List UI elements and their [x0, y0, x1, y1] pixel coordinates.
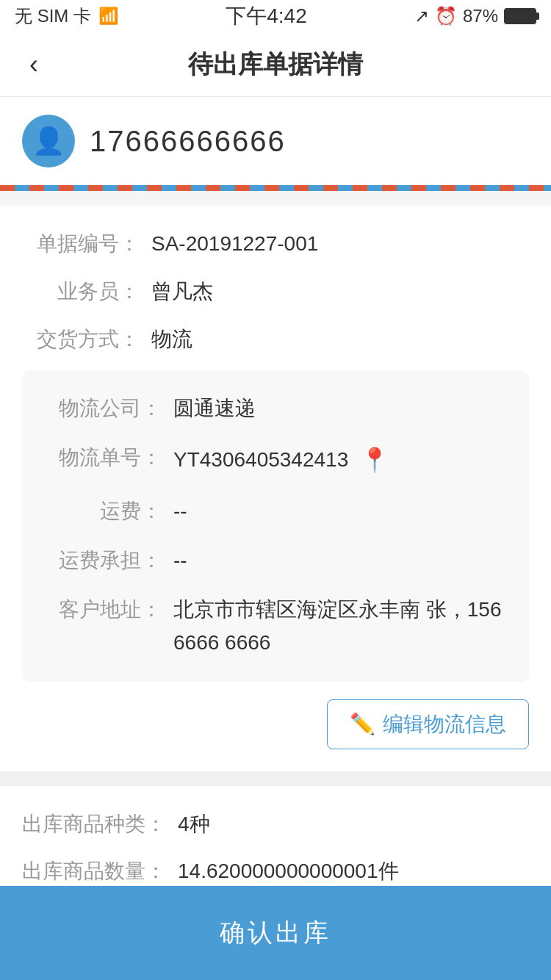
dashed-divider — [0, 185, 551, 191]
status-right: ↗ ⏰ 87% — [414, 6, 536, 26]
tracking-location-icon[interactable]: 📍 — [360, 442, 389, 479]
freight-bear-row: 运费承担： -- — [44, 544, 507, 577]
agent-label: 业务员： — [22, 275, 140, 309]
logistics-section: 物流公司： 圆通速递 物流单号： YT43064053424​13 📍 运费： … — [22, 370, 529, 681]
nav-bar: ‹ 待出库单据详情 — [0, 32, 551, 97]
customer-phone: 17666666666 — [90, 125, 286, 158]
goods-quantity-label: 出库商品数量： — [22, 855, 166, 888]
freight-label: 运费： — [44, 495, 162, 528]
goods-type-value: 4种 — [178, 808, 529, 841]
edit-logistics-button[interactable]: ✏️ 编辑物流信息 — [327, 699, 529, 749]
edit-icon: ✏️ — [350, 712, 375, 736]
company-row: 物流公司： 圆通速递 — [44, 392, 507, 425]
tracking-row: 物流单号： YT43064053424​13 📍 — [44, 442, 507, 479]
goods-type-label: 出库商品种类： — [22, 808, 166, 841]
agent-value: 曾凡杰 — [151, 275, 529, 309]
agent-row: 业务员： 曾凡杰 — [22, 275, 529, 309]
order-info-section: 单据编号： SA-20191227-001 业务员： 曾凡杰 交货方式： 物流 … — [0, 206, 551, 771]
goods-type-row: 出库商品种类： 4种 — [22, 808, 529, 841]
section-divider — [0, 771, 551, 786]
tracking-label: 物流单号： — [44, 442, 162, 475]
back-button[interactable]: ‹ — [22, 42, 46, 87]
wifi-icon: 📶 — [98, 7, 118, 26]
order-num-label: 单据编号： — [22, 228, 140, 261]
avatar-icon: 👤 — [32, 126, 65, 156]
status-left: 无 SIM 卡 📶 — [15, 4, 118, 28]
page-title: 待出库单据详情 — [188, 48, 363, 82]
freight-bear-label: 运费承担： — [44, 544, 162, 577]
confirm-btn-wrap: 确认出库 — [0, 886, 551, 980]
address-label: 客户地址： — [44, 594, 162, 627]
edit-logistics-btn-wrap: ✏️ 编辑物流信息 — [22, 699, 529, 749]
location-status-icon: ↗ — [414, 6, 429, 26]
freight-value: -- — [173, 495, 507, 528]
carrier-text: 无 SIM 卡 — [15, 4, 91, 28]
goods-quantity-value: 14.620000000000001件 — [178, 855, 529, 888]
order-num-row: 单据编号： SA-20191227-001 — [22, 228, 529, 261]
alarm-icon: ⏰ — [435, 6, 457, 26]
freight-bear-value: -- — [173, 544, 507, 577]
address-row: 客户地址： 北京市市辖区海淀区永丰南 张，156 6666 6666 — [44, 594, 507, 660]
delivery-row: 交货方式： 物流 — [22, 323, 529, 356]
order-num-value: SA-20191227-001 — [151, 228, 529, 261]
company-value: 圆通速递 — [173, 392, 507, 425]
delivery-label: 交货方式： — [22, 323, 140, 356]
status-time: 下午4:42 — [226, 2, 307, 30]
customer-header: 👤 17666666666 — [0, 97, 551, 185]
tracking-value: YT43064053424​13 📍 — [173, 442, 507, 479]
goods-quantity-row: 出库商品数量： 14.620000000000001件 — [22, 855, 529, 888]
avatar: 👤 — [22, 115, 75, 167]
status-bar: 无 SIM 卡 📶 下午4:42 ↗ ⏰ 87% — [0, 0, 551, 32]
address-value: 北京市市辖区海淀区永丰南 张，156 6666 6666 — [173, 594, 507, 660]
battery-text: 87% — [463, 6, 498, 26]
battery-icon — [504, 8, 536, 24]
edit-logistics-label: 编辑物流信息 — [383, 710, 506, 738]
tracking-num-text: YT43064053424​13 — [173, 444, 348, 477]
confirm-button[interactable]: 确认出库 — [0, 901, 551, 965]
delivery-value: 物流 — [151, 323, 529, 356]
freight-row: 运费： -- — [44, 495, 507, 528]
company-label: 物流公司： — [44, 392, 162, 425]
